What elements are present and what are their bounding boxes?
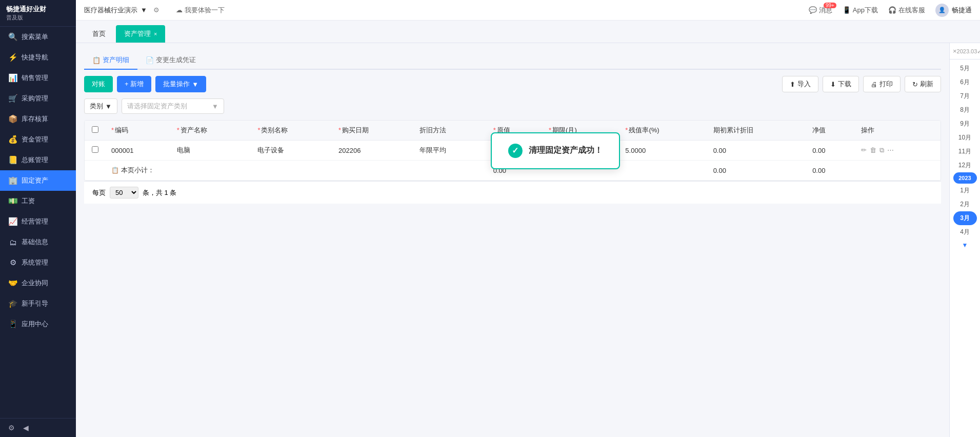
content-wrapper: 📋 资产明细 📄 变更生成凭证 对账 + 新增 批量操作 ▼ (76, 43, 949, 437)
month-item-2024-2月[interactable]: 2月 (953, 197, 977, 211)
experience-link[interactable]: ☁ 我要体验一下 (176, 6, 225, 15)
col-code: *编码 (105, 121, 171, 141)
sidebar-item-enterprise[interactable]: 🤝企业协同 (0, 273, 76, 293)
sidebar-label-system: 系统管理 (22, 258, 48, 267)
change-voucher-label: 变更生成凭证 (156, 55, 196, 65)
tab-label: 资产管理 (124, 29, 151, 38)
refresh-button[interactable]: ↻ 刷新 (905, 76, 941, 92)
sub-tab-change-voucher[interactable]: 📄 变更生成凭证 (137, 51, 204, 70)
per-page-label: 每页 (92, 188, 106, 197)
sidebar-item-purchase[interactable]: 🛒采购管理 (0, 88, 76, 109)
select-all-checkbox[interactable] (92, 126, 98, 133)
sidebar-label-operations: 经营管理 (22, 217, 48, 226)
cell-net-value-0: 0.00 (806, 141, 855, 161)
sidebar-icon-fixed-assets: 🏢 (8, 176, 17, 185)
copy-icon-0[interactable]: ⧉ (879, 146, 884, 154)
sidebar-icon-ledger: 📒 (8, 155, 17, 165)
row-checkbox-0[interactable] (92, 146, 98, 153)
sidebar-item-payroll[interactable]: 💵工资 (0, 191, 76, 211)
company-selector[interactable]: 医疗器械行业演示 ▼ (84, 6, 147, 15)
company-dropdown-icon: ▼ (141, 6, 147, 14)
subtotal-row: 📋 本页小计： 0.00 0.00 0.00 (85, 161, 941, 181)
cell-purchase-date-0: 202206 (332, 141, 413, 161)
col-depreciation: 折旧方法 (413, 121, 487, 141)
sidebar-item-system[interactable]: ⚙系统管理 (0, 252, 76, 273)
month-item-2024-1月[interactable]: 1月 (953, 184, 977, 197)
checkbox-header (85, 121, 105, 141)
edit-icon-0[interactable]: ✏ (861, 146, 867, 154)
cell-depreciation-0: 年限平均 (413, 141, 487, 161)
month-item-5月[interactable]: 5月 (953, 62, 977, 75)
sidebar-item-basic-info[interactable]: 🗂基础信息 (0, 232, 76, 252)
sidebar-item-app-center[interactable]: 📱应用中心 (0, 314, 76, 334)
month-list: 5月6月7月8月9月10月11月12月20231月2月3月4月▼ (950, 59, 980, 437)
sidebar-item-guide[interactable]: 🎓新手引导 (0, 293, 76, 314)
month-item-10月[interactable]: 10月 (953, 131, 977, 145)
month-scroll-down-icon[interactable]: ▼ (953, 239, 977, 251)
sidebar-label-ledger: 总账管理 (22, 155, 48, 165)
sidebar-label-guide: 新手引导 (22, 299, 48, 308)
row-checkbox-cell (85, 141, 105, 161)
sidebar-icon-system: ⚙ (8, 258, 17, 267)
company-name: 医疗器械行业演示 (84, 6, 137, 15)
sub-tab-asset-detail[interactable]: 📋 资产明细 (84, 51, 137, 70)
month-item-12月[interactable]: 12月 (953, 158, 977, 172)
sidebar-item-quick-nav[interactable]: ⚡快捷导航 (0, 47, 76, 68)
month-item-2024-3月[interactable]: 3月 (953, 211, 977, 225)
settings-icon[interactable]: ⚙ (8, 424, 15, 432)
sidebar-item-sales[interactable]: 📊销售管理 (0, 68, 76, 88)
right-panel-header: × 2023.03 ⤢ (950, 43, 980, 59)
sidebar-label-inventory: 库存核算 (22, 114, 48, 124)
subtotal-empty1 (85, 161, 105, 181)
panel-year-label: 2023.03 (957, 48, 977, 54)
sidebar-icon-finance: 💰 (8, 135, 17, 144)
month-item-8月[interactable]: 8月 (953, 103, 977, 117)
batch-dropdown-icon: ▼ (192, 81, 198, 88)
delete-icon-0[interactable]: 🗑 (870, 146, 876, 154)
import-button[interactable]: ⬆ 导入 (782, 76, 818, 92)
cell-category-0: 电子设备 (251, 141, 332, 161)
tab-home[interactable]: 首页 (84, 25, 114, 43)
category-value-selector[interactable]: 请选择固定资产类别 ▼ (122, 98, 224, 114)
reconcile-button[interactable]: 对账 (84, 76, 113, 92)
message-badge: 99+ (824, 3, 836, 8)
tab-asset-management[interactable]: 资产管理 × (116, 25, 165, 43)
collapse-icon[interactable]: ◀ (23, 424, 29, 432)
sidebar-item-finance[interactable]: 💰资金管理 (0, 129, 76, 150)
sidebar-item-fixed-assets[interactable]: 🏢固定资产 (0, 170, 76, 191)
app-download-button[interactable]: 📱 App下载 (843, 6, 878, 15)
more-icon-0[interactable]: ⋯ (887, 146, 894, 154)
service-label: 在线客服 (898, 6, 925, 15)
category-filter-label[interactable]: 类别 ▼ (84, 98, 117, 114)
customer-service-button[interactable]: 🎧 在线客服 (888, 6, 925, 15)
print-button[interactable]: 🖨 打印 (863, 76, 901, 92)
month-item-7月[interactable]: 7月 (953, 89, 977, 103)
month-item-9月[interactable]: 9月 (953, 117, 977, 131)
sidebar-label-purchase: 采购管理 (22, 94, 48, 103)
panel-expand-icon[interactable]: ⤢ (977, 47, 980, 55)
per-page-select[interactable]: 50 100 200 (110, 187, 138, 198)
new-button[interactable]: + 新增 (117, 76, 151, 92)
month-item-6月[interactable]: 6月 (953, 75, 977, 89)
sidebar-item-operations[interactable]: 📈经营管理 (0, 211, 76, 232)
year-2023-label: 2023 (953, 172, 977, 184)
month-item-2024-4月[interactable]: 4月 (953, 225, 977, 239)
download-icon: ⬇ (830, 81, 836, 88)
category-arrow-icon: ▼ (105, 103, 112, 110)
batch-button[interactable]: 批量操作 ▼ (155, 76, 206, 92)
message-button[interactable]: 💬 消息 99+ (809, 6, 832, 15)
sidebar-item-inventory[interactable]: 📦库存核算 (0, 109, 76, 129)
tab-close-icon[interactable]: × (154, 31, 157, 37)
sidebar-item-search[interactable]: 🔍搜索菜单 (0, 27, 76, 47)
sidebar-label-search: 搜索菜单 (22, 32, 48, 42)
sidebar-label-payroll: 工资 (22, 196, 35, 206)
category-label-text: 类别 (90, 102, 103, 111)
sidebar-icon-basic-info: 🗂 (8, 238, 17, 247)
user-menu[interactable]: 👤 畅捷通 (935, 4, 972, 17)
settings-gear-icon[interactable]: ⚙ (153, 6, 159, 14)
panel-close-icon[interactable]: × (953, 47, 957, 55)
month-item-11月[interactable]: 11月 (953, 145, 977, 158)
sidebar-item-ledger[interactable]: 📒总账管理 (0, 150, 76, 170)
category-placeholder: 请选择固定资产类别 (127, 102, 187, 111)
download-button[interactable]: ⬇ 下载 (823, 76, 859, 92)
